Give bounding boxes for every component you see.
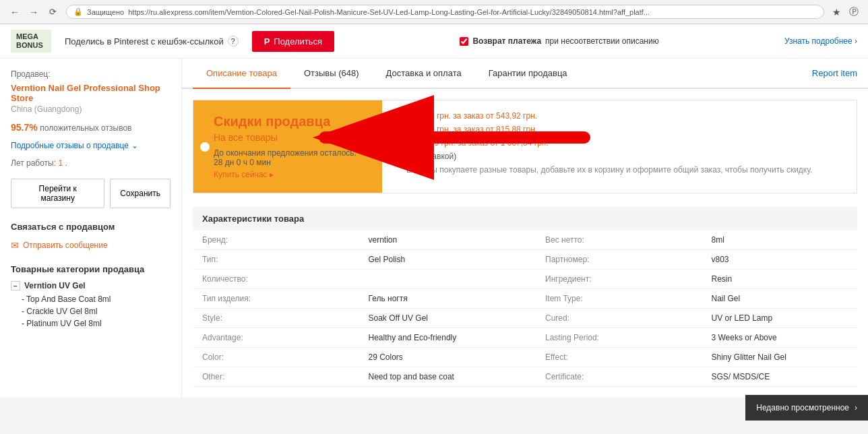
char-label: Style:: [193, 309, 359, 328]
char-label2: Cured:: [536, 309, 702, 328]
char-value2: Shiny Glitter Nail Gel: [702, 348, 858, 367]
tab-delivery[interactable]: Доставка и оплата: [373, 59, 475, 89]
char-row: Бренд: verntion Вес нетто: 8ml: [193, 230, 857, 250]
char-row: Тип: Gel Polish Партномер: v803: [193, 250, 857, 270]
send-message-link[interactable]: ✉ Отправить сообщение: [11, 240, 170, 251]
return-label: Возврат платежа: [472, 36, 541, 46]
pinterest-share-text: Поделись в Pinterest с кешбэк-ссылкой: [65, 36, 224, 46]
pinterest-icon[interactable]: Ⓟ: [846, 5, 861, 20]
char-row: Color: 29 Colors Effect: Shiny Glitter N…: [193, 348, 857, 367]
recently-viewed-button[interactable]: Недавно просмотренное ›: [745, 395, 868, 398]
char-label: Other:: [193, 367, 359, 387]
categories-title: Товарные категории продавца: [11, 264, 170, 274]
lock-icon: 🔒: [73, 7, 83, 16]
category-header[interactable]: − Verntion UV Gel: [11, 281, 170, 290]
char-value2: SGS/ MSDS/CE: [702, 367, 858, 387]
go-to-store-button[interactable]: Перейти к магазину: [11, 179, 104, 208]
char-label: Бренд:: [193, 230, 359, 250]
tab-description[interactable]: Описание товара: [193, 59, 290, 89]
char-value2: UV or LED Lamp: [702, 309, 858, 328]
discount-desc: Если вы покупаете разные товары, добавьт…: [406, 165, 846, 175]
main-content: Продавец: Verntion Nail Gel Professional…: [0, 59, 868, 398]
sidebar: Продавец: Verntion Nail Gel Professional…: [0, 59, 182, 398]
characteristics-section: Характеристики товара Бренд: verntion Ве…: [193, 207, 857, 387]
url-text: https://ru.aliexpress.com/item/Verntion-…: [128, 8, 650, 16]
char-label2: Item Type:: [536, 289, 702, 309]
char-value: Need top and base coat: [359, 367, 536, 387]
char-row: Тип изделия: Гель ногтя Item Type: Nail …: [193, 289, 857, 309]
discount-rule-1: • -27,20 грн. за заказ от 543,92 грн.: [406, 111, 846, 121]
char-row: Advantage: Healthy and Eco-friendly Last…: [193, 328, 857, 348]
rating-label: положительных отзывов: [40, 123, 131, 133]
char-value: Healthy and Eco-friendly: [359, 328, 536, 348]
discount-rules: • -27,20 грн. за заказ от 543,92 грн. • …: [396, 100, 857, 193]
forward-button[interactable]: →: [26, 4, 42, 20]
browser-bar: ← → ⟳ 🔒 Защищено https://ru.aliexpress.c…: [0, 0, 868, 24]
char-label2: Effect:: [536, 348, 702, 367]
seller-actions: Перейти к магазину Сохранить: [11, 179, 170, 208]
discount-timer: До окончания предложения осталось: 28 дн…: [214, 148, 362, 167]
discount-banner: Скидки продавца На все товары До окончан…: [193, 100, 382, 193]
save-button[interactable]: Сохранить: [110, 179, 170, 208]
share-button[interactable]: P Поделиться: [252, 31, 334, 52]
envelope-icon: ✉: [11, 240, 19, 251]
report-item-link[interactable]: Report item: [812, 59, 857, 88]
collapse-category-button[interactable]: −: [11, 281, 20, 290]
char-value: Gel Polish: [359, 250, 536, 270]
address-text: Защищено: [87, 8, 124, 16]
category-items: - Top And Base Coat 8ml - Crackle UV Gel…: [11, 293, 170, 330]
char-value2: Resin: [702, 270, 858, 289]
char-row: Other: Need top and base coat Certificat…: [193, 367, 857, 387]
category-item[interactable]: - Platinum UV Gel 8ml: [22, 317, 170, 330]
pinterest-question-icon[interactable]: ?: [228, 36, 239, 46]
address-bar[interactable]: 🔒 Защищено https://ru.aliexpress.com/ite…: [66, 5, 824, 19]
years-value: 1: [58, 158, 63, 168]
return-desc: при несоответствии описанию: [545, 36, 659, 46]
years-text: Лет работы: 1 .: [11, 158, 170, 168]
seller-label: Продавец:: [11, 69, 170, 79]
contact-seller-title: Связаться с продавцом: [11, 222, 170, 232]
browser-nav: ← → ⟳: [7, 4, 61, 20]
char-label: Тип изделия:: [193, 289, 359, 309]
tabs: Описание товара Отзывы (648) Доставка и …: [182, 59, 868, 89]
char-value2: 3 Weeks or Above: [702, 328, 858, 348]
rating-percent: 95.7%: [11, 122, 38, 133]
char-label2: Certificate:: [536, 367, 702, 387]
discount-circle: [200, 142, 210, 152]
char-label: Advantage:: [193, 328, 359, 348]
characteristics-title: Характеристики товара: [193, 207, 857, 230]
rating-box: 95.7% положительных отзывов: [11, 122, 170, 133]
seller-location: China (Guangdong): [11, 104, 170, 114]
char-value2: 8ml: [702, 230, 858, 250]
pinterest-share-area: Поделись в Pinterest с кешбэк-ссылкой ?: [65, 36, 239, 46]
tab-reviews[interactable]: Отзывы (648): [290, 59, 373, 89]
char-value2: v803: [702, 250, 858, 270]
category-item[interactable]: - Crackle UV Gel 8ml: [22, 305, 170, 317]
char-row: Количество: Ингредиент: Resin: [193, 270, 857, 289]
top-banner: MEGA BONUS Поделись в Pinterest с кешбэк…: [0, 24, 868, 59]
char-label: Color:: [193, 348, 359, 367]
tab-guarantees[interactable]: Гарантии продавца: [475, 59, 581, 89]
category-item[interactable]: - Top And Base Coat 8ml: [22, 293, 170, 305]
category-group: − Verntion UV Gel - Top And Base Coat 8m…: [11, 281, 170, 330]
char-value: verntion: [359, 230, 536, 250]
seller-name: Verntion Nail Gel Professional Shop Stor…: [11, 83, 170, 103]
discount-title: Скидки продавца: [214, 114, 362, 129]
discount-note: (с доставкой): [406, 152, 846, 161]
back-button[interactable]: ←: [7, 4, 23, 20]
discount-rule-2: • -54,40 грн. за заказ от 815,88 грн.: [406, 125, 846, 134]
reload-button[interactable]: ⟳: [44, 4, 61, 20]
pinterest-p-icon: P: [264, 36, 270, 46]
content-area: Описание товара Отзывы (648) Доставка и …: [182, 59, 868, 398]
char-label2: Lasting Period:: [536, 328, 702, 348]
learn-more-link[interactable]: Узнать подробнее ›: [784, 36, 857, 46]
bookmark-icon[interactable]: ★: [830, 5, 844, 19]
detailed-reviews-link[interactable]: Подробные отзывы о продавце ⌄: [11, 141, 170, 150]
buy-now-link[interactable]: Купить сейчас ▸: [214, 170, 362, 179]
char-label: Тип:: [193, 250, 359, 270]
char-label: Количество:: [193, 270, 359, 289]
browser-actions: ★ Ⓟ: [830, 5, 861, 20]
return-checkbox[interactable]: [460, 37, 468, 46]
discount-subtitle: На все товары: [214, 132, 362, 143]
char-label2: Вес нетто:: [536, 230, 702, 250]
